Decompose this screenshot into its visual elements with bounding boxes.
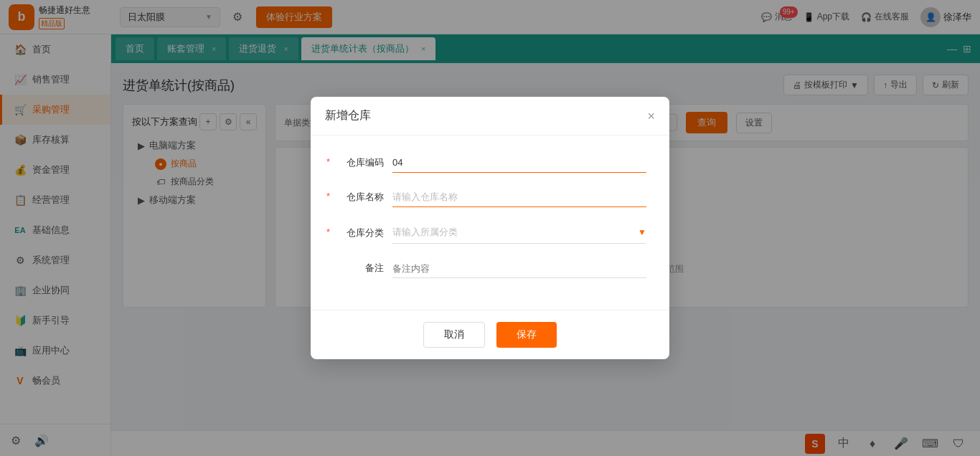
code-row: 仓库编码 [334, 153, 646, 173]
modal-overlay[interactable]: 新增仓库 × 仓库编码 仓库名称 仓库分类 请输入所属分类 ▼ 备注 [0, 0, 980, 456]
category-row: 仓库分类 请输入所属分类 ▼ [334, 222, 646, 244]
name-row: 仓库名称 [334, 187, 646, 207]
name-label: 仓库名称 [334, 191, 384, 204]
new-warehouse-modal: 新增仓库 × 仓库编码 仓库名称 仓库分类 请输入所属分类 ▼ 备注 [311, 97, 669, 359]
remark-input[interactable] [392, 258, 646, 278]
modal-footer: 取消 保存 [311, 310, 669, 359]
save-button[interactable]: 保存 [496, 322, 557, 348]
category-dropdown-icon: ▼ [638, 227, 646, 237]
remark-row: 备注 [334, 258, 646, 278]
category-select[interactable]: 请输入所属分类 ▼ [392, 222, 646, 244]
remark-label: 备注 [334, 262, 384, 275]
name-input[interactable] [392, 187, 646, 207]
cancel-button[interactable]: 取消 [423, 322, 485, 348]
code-label: 仓库编码 [334, 156, 384, 169]
modal-header: 新增仓库 × [311, 97, 669, 136]
modal-body: 仓库编码 仓库名称 仓库分类 请输入所属分类 ▼ 备注 [311, 136, 669, 310]
modal-close-button[interactable]: × [647, 110, 655, 123]
category-label: 仓库分类 [334, 227, 384, 239]
modal-title: 新增仓库 [325, 108, 371, 123]
code-input[interactable] [392, 153, 646, 173]
